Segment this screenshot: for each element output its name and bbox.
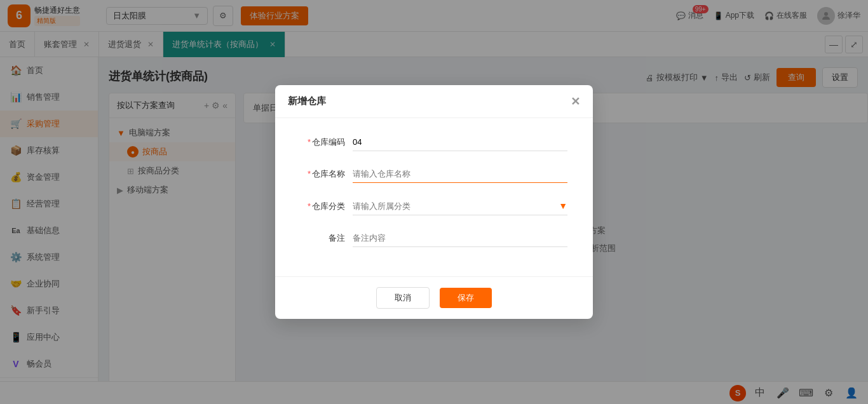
code-input[interactable] [353, 133, 567, 151]
modal-overlay[interactable]: 新增仓库 ✕ 仓库编码 仓库名称 仓库分类 ▼ [0, 0, 868, 404]
dialog-footer: 取消 保存 [275, 276, 593, 319]
cancel-button[interactable]: 取消 [376, 287, 430, 309]
name-input[interactable] [353, 165, 567, 183]
form-row-code: 仓库编码 [301, 133, 567, 151]
category-input[interactable] [353, 201, 559, 211]
code-label: 仓库编码 [301, 137, 345, 148]
category-label: 仓库分类 [301, 201, 345, 212]
category-arrow-icon[interactable]: ▼ [559, 201, 567, 211]
form-row-note: 备注 [301, 229, 567, 247]
dialog-title: 新增仓库 [288, 95, 326, 107]
form-row-category: 仓库分类 ▼ [301, 197, 567, 215]
dialog-body: 仓库编码 仓库名称 仓库分类 ▼ 备注 [275, 118, 593, 276]
dialog-new-warehouse: 新增仓库 ✕ 仓库编码 仓库名称 仓库分类 ▼ [275, 85, 593, 319]
save-button[interactable]: 保存 [440, 288, 492, 308]
note-label: 备注 [301, 232, 345, 244]
dialog-close-icon[interactable]: ✕ [571, 96, 580, 107]
name-label: 仓库名称 [301, 168, 345, 180]
form-row-name: 仓库名称 [301, 165, 567, 183]
note-input[interactable] [353, 229, 567, 247]
category-select-wrap: ▼ [353, 197, 567, 215]
dialog-header: 新增仓库 ✕ [275, 85, 593, 118]
